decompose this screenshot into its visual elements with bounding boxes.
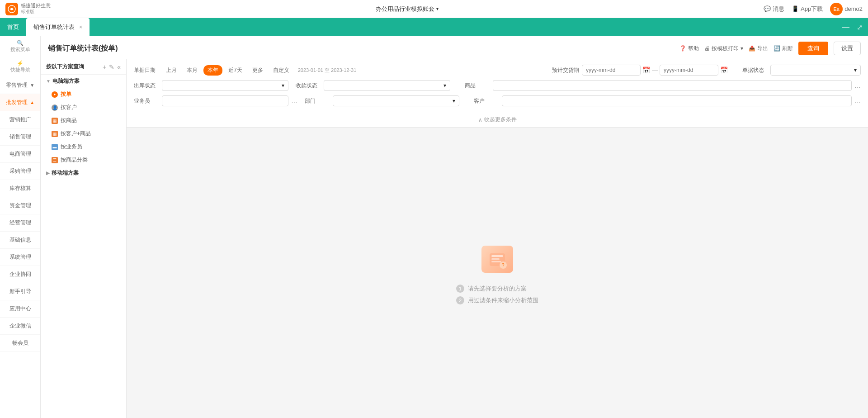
goods-label: 商品 xyxy=(465,82,490,90)
tab-maximize-icon[interactable]: ⤢ xyxy=(855,21,864,33)
main-layout: 🔍 搜索菜单 ⚡ 快捷导航 零售管理 ▼ 批发管理 ▲ 营销推广 销售管理 电商… xyxy=(0,36,868,418)
help-button[interactable]: ❓ 帮助 xyxy=(679,45,699,52)
sidebar-item-member[interactable]: 畅会员 xyxy=(0,335,40,352)
goods-dots-icon[interactable]: … xyxy=(854,82,861,89)
sidebar-item-basics[interactable]: 基础信息 xyxy=(0,232,40,249)
desktop-group-header[interactable]: ▼ 电脑端方案 xyxy=(41,75,126,88)
hint-num-2: 2 xyxy=(456,296,464,304)
filter-pay-status-field: 收款状态 ▾ xyxy=(296,80,450,91)
salesperson-label: 业务员 xyxy=(134,97,159,105)
filter-date-field: 单据日期 上月 本月 本年 近7天 更多 自定义 2023-01-01 至 20… xyxy=(134,65,356,76)
sidebar-item-purchase-label: 采购管理 xyxy=(9,168,31,174)
print-icon: 🖨 xyxy=(704,45,710,52)
period-more[interactable]: 更多 xyxy=(248,65,267,76)
empty-icon: ? xyxy=(475,241,520,277)
sidebar-item-ecommerce[interactable]: 电商管理 xyxy=(0,146,40,163)
sidebar-item-operations[interactable]: 经营管理 xyxy=(0,214,40,232)
messages-button[interactable]: 💬 消息 xyxy=(764,5,784,13)
customer-dots-icon[interactable]: … xyxy=(854,97,861,104)
sidebar-search[interactable]: 🔍 搜索菜单 xyxy=(0,36,40,57)
query-button[interactable]: 查询 xyxy=(798,42,828,55)
wholesale-arrow: ▲ xyxy=(30,100,34,105)
calendar-end-icon[interactable]: 📅 xyxy=(720,66,728,74)
sidebar-item-wholesale[interactable]: 批发管理 ▲ xyxy=(0,94,40,111)
customer-input[interactable] xyxy=(502,95,852,106)
sidebar-item-finance[interactable]: 资金管理 xyxy=(0,197,40,214)
tab-minimize-icon[interactable]: — xyxy=(840,21,851,33)
refresh-label: 刷新 xyxy=(782,45,793,52)
salesperson-dots-icon[interactable]: … xyxy=(291,97,297,104)
period-this-month[interactable]: 本月 xyxy=(183,65,202,76)
sidebar-item-basics-label: 基础信息 xyxy=(9,237,31,243)
calendar-start-icon[interactable]: 📅 xyxy=(642,66,650,74)
print-button[interactable]: 🖨 按模板打印 ▾ xyxy=(704,45,743,52)
svg-rect-4 xyxy=(491,261,501,262)
export-button[interactable]: 📤 导出 xyxy=(749,45,768,52)
period-custom[interactable]: 自定义 xyxy=(269,65,293,76)
ship-status-select[interactable]: ▾ xyxy=(162,80,288,91)
scheme-edit-icon[interactable]: ✎ xyxy=(109,63,114,71)
dept-select[interactable]: ▾ xyxy=(333,95,459,106)
goods-input[interactable] xyxy=(493,80,852,91)
period-last-month[interactable]: 上月 xyxy=(162,65,181,76)
scheme-add-icon[interactable]: + xyxy=(103,63,106,71)
refresh-button[interactable]: 🔄 刷新 xyxy=(774,45,793,52)
tab-active[interactable]: 销售订单统计表 × xyxy=(26,18,90,36)
sidebar-item-ecommerce-label: 电商管理 xyxy=(9,151,31,157)
expected-date-start[interactable] xyxy=(582,65,641,76)
message-icon: 💬 xyxy=(764,5,771,12)
scheme-item-by-goods[interactable]: ▦ 按商品 xyxy=(41,114,126,127)
user-area[interactable]: Ea demo2 xyxy=(830,3,863,15)
scheme-item-by-salesperson[interactable]: ▬ 按业务员 xyxy=(41,140,126,153)
sidebar-item-sales[interactable]: 销售管理 xyxy=(0,128,40,146)
tab-close-icon[interactable]: × xyxy=(79,24,82,30)
period-this-year[interactable]: 本年 xyxy=(203,65,222,76)
help-label: 帮助 xyxy=(688,45,699,52)
sidebar-item-wechat[interactable]: 企业微信 xyxy=(0,318,40,335)
scheme-item-by-order[interactable]: ● 按单 xyxy=(41,88,126,101)
period-last7[interactable]: 近7天 xyxy=(224,65,246,76)
sidebar-item-marketing[interactable]: 营销推广 xyxy=(0,111,40,128)
sidebar-item-purchase[interactable]: 采购管理 xyxy=(0,163,40,180)
scheme-header: 按以下方案查询 + ✎ « xyxy=(41,59,126,75)
sidebar-item-appcenter[interactable]: 应用中心 xyxy=(0,300,40,318)
doc-status-label: 单据状态 xyxy=(742,66,768,74)
setting-button[interactable]: 设置 xyxy=(834,42,861,55)
home-label: 首页 xyxy=(7,23,19,31)
app-download-button[interactable]: 📱 App下载 xyxy=(792,5,823,13)
pay-status-select[interactable]: ▾ xyxy=(324,80,450,91)
dept-arrow: ▾ xyxy=(453,98,455,104)
scheme-label-by-category: 按商品分类 xyxy=(61,156,88,164)
sidebar-item-retail[interactable]: 零售管理 ▼ xyxy=(0,77,40,94)
filter-row-3: 业务员 … 部门 ▾ 客户 xyxy=(134,95,861,106)
sidebar-item-wechat-label: 企业微信 xyxy=(9,323,31,329)
scheme-item-by-customer-goods[interactable]: ▦ 按客户+商品 xyxy=(41,127,126,140)
workspace-dropdown-icon[interactable]: ▾ xyxy=(436,6,439,11)
scheme-item-by-category[interactable]: ☰ 按商品分类 xyxy=(41,153,126,166)
collapse-button[interactable]: ∧ 收起更多条件 xyxy=(478,116,517,124)
sidebar-item-inventory[interactable]: 库存核算 xyxy=(0,180,40,197)
tab-home[interactable]: 首页 xyxy=(0,18,26,36)
mobile-group-header[interactable]: ▶ 移动端方案 xyxy=(41,166,126,180)
empty-hint-1: 1 请先选择要分析的方案 xyxy=(456,285,538,293)
doc-status-select[interactable]: ▾ xyxy=(770,65,861,76)
filter-results-panel: 单据日期 上月 本月 本年 近7天 更多 自定义 2023-01-01 至 20… xyxy=(127,59,868,418)
sidebar-quick-nav[interactable]: ⚡ 快捷导航 xyxy=(0,57,40,77)
user-name: demo2 xyxy=(844,5,863,12)
messages-label: 消息 xyxy=(773,5,784,13)
filter-customer-field: 客户 … xyxy=(474,95,861,106)
retail-arrow: ▼ xyxy=(30,83,34,88)
scheme-item-by-customer[interactable]: 👤 按客户 xyxy=(41,101,126,114)
sidebar-item-newbie[interactable]: 新手引导 xyxy=(0,283,40,300)
expected-date-label: 预计交货期 xyxy=(552,66,579,74)
workspace-selector[interactable]: 办公用品行业模拟账套 ▾ xyxy=(376,5,439,13)
results-area: ? 1 请先选择要分析的方案 2 用过滤条件来缩小分析范围 xyxy=(127,128,868,418)
svg-rect-2 xyxy=(491,255,503,257)
sidebar-item-enterprise[interactable]: 企业协同 xyxy=(0,266,40,283)
sidebar-item-system[interactable]: 系统管理 xyxy=(0,249,40,266)
salesperson-input[interactable] xyxy=(162,95,288,106)
filter-goods-field: 商品 … xyxy=(465,80,861,91)
scheme-collapse-icon[interactable]: « xyxy=(117,63,121,71)
expected-date-end[interactable] xyxy=(660,65,718,76)
filter-row-2: 出库状态 ▾ 收款状态 ▾ xyxy=(134,80,861,91)
